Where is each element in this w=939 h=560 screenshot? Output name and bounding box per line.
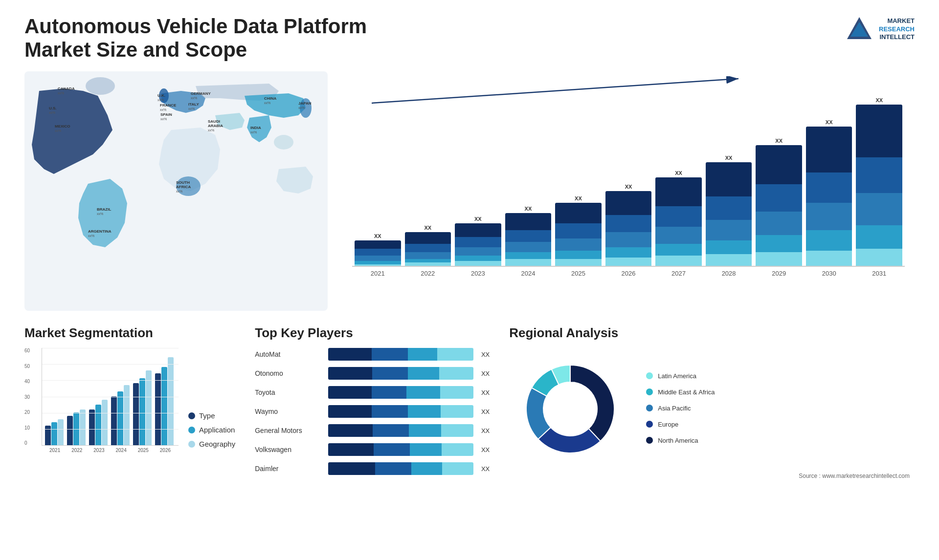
- trend-bar-segment-4: [555, 259, 602, 266]
- player-value: XX: [481, 351, 490, 358]
- player-bar-segment-1: [375, 462, 411, 475]
- trend-bar-group: XX: [756, 138, 802, 266]
- trend-x-label: 2030: [806, 270, 852, 277]
- seg-legend: Type Application Geography: [188, 411, 235, 453]
- trend-x-label: 2029: [756, 270, 802, 277]
- players-title: Top Key Players: [255, 325, 490, 341]
- segmentation-title: Market Segmentation: [24, 325, 235, 341]
- svg-text:U.K.: U.K.: [157, 93, 165, 98]
- trend-bar-stack: [505, 213, 552, 266]
- regional-legend-dot: [646, 372, 653, 379]
- segmentation-panel: Market Segmentation 60 50 40 30 20 10 0: [24, 321, 240, 545]
- trend-bar-segment-2: [806, 203, 852, 230]
- trend-bar-segment-4: [455, 261, 501, 266]
- regional-legend-dot: [646, 421, 653, 428]
- player-name: AutoMat: [255, 350, 323, 358]
- player-bar-segment-2: [408, 348, 437, 361]
- trend-bar-group: XX: [655, 170, 702, 266]
- trend-bar-segment-0: [455, 223, 501, 237]
- seg-bars-outer: 60 50 40 30 20 10 0: [42, 348, 179, 453]
- trend-bar-stack: [405, 232, 451, 266]
- svg-line-40: [372, 79, 738, 103]
- player-row: ToyotaXX: [255, 386, 490, 399]
- regional-legend-item: North America: [646, 437, 715, 444]
- seg-x-label: 2022: [67, 448, 87, 453]
- trend-bar-segment-0: [856, 105, 902, 157]
- seg-bar-group: [67, 409, 88, 445]
- svg-text:xx%: xx%: [97, 212, 103, 215]
- trend-bar-segment-0: [355, 240, 401, 249]
- player-row: WaymoXX: [255, 405, 490, 418]
- legend-type-label: Type: [199, 411, 215, 420]
- regional-legend-label: North America: [658, 437, 698, 444]
- svg-text:SPAIN: SPAIN: [160, 112, 172, 117]
- regional-legend: Latin AmericaMiddle East & AfricaAsia Pa…: [646, 372, 715, 446]
- seg-bar-geography: [102, 400, 108, 445]
- trend-x-label: 2026: [605, 270, 652, 277]
- svg-text:xx%: xx%: [88, 234, 94, 237]
- player-bar-segment-3: [441, 424, 473, 437]
- trend-bar-segment-3: [605, 247, 652, 258]
- trend-bar-stack: [756, 145, 802, 266]
- player-bar-segment-2: [410, 443, 442, 456]
- trend-bar-segment-3: [655, 244, 702, 256]
- logo-icon: [845, 15, 874, 44]
- player-bar-segment-0: [328, 348, 372, 361]
- type-dot: [188, 412, 195, 419]
- donut-segment: [538, 428, 601, 453]
- regional-legend-dot: [646, 437, 653, 444]
- regional-legend-dot: [646, 388, 653, 395]
- seg-bar-geography: [124, 385, 130, 445]
- svg-text:xx%: xx%: [208, 129, 214, 132]
- player-bar-segment-2: [408, 367, 439, 380]
- seg-bar-group: [133, 370, 154, 445]
- trend-x-label: 2022: [405, 270, 451, 277]
- svg-text:BRAZIL: BRAZIL: [97, 207, 111, 212]
- regional-legend-label: Europe: [658, 421, 678, 428]
- player-bar-segment-3: [437, 348, 473, 361]
- player-bar-segment-0: [328, 367, 372, 380]
- seg-bar-application: [161, 367, 167, 445]
- svg-text:xx%: xx%: [176, 190, 182, 193]
- regional-legend-label: Latin America: [658, 372, 696, 380]
- player-row: AutoMatXX: [255, 348, 490, 361]
- svg-text:xx%: xx%: [264, 101, 270, 105]
- trend-x-label: 2025: [555, 270, 602, 277]
- seg-bar-type: [67, 416, 73, 445]
- trend-arrow-svg: [372, 76, 900, 106]
- player-bar-segment-1: [372, 348, 408, 361]
- player-bar-container: [328, 386, 473, 399]
- seg-bar-type: [89, 409, 95, 445]
- trend-x-label: 2023: [455, 270, 501, 277]
- trend-bar-segment-2: [355, 256, 401, 260]
- trend-bar-segment-4: [655, 256, 702, 266]
- player-bar-segment-2: [408, 405, 441, 418]
- player-row: DaimlerXX: [255, 462, 490, 475]
- bottom-section: Market Segmentation 60 50 40 30 20 10 0: [24, 321, 915, 545]
- trend-bar-segment-1: [455, 237, 501, 247]
- trend-bar-segment-1: [756, 184, 802, 212]
- svg-text:GERMANY: GERMANY: [191, 91, 211, 96]
- player-row: General MotorsXX: [255, 424, 490, 437]
- map-container: CANADA xx% U.S. xx% MEXICO xx% BRAZIL xx…: [24, 71, 328, 311]
- player-bar-segment-3: [442, 462, 473, 475]
- trend-bar-stack: [856, 105, 902, 266]
- svg-text:SAUDI: SAUDI: [208, 119, 220, 124]
- trend-bar-segment-3: [706, 240, 752, 254]
- trend-bar-stack: [555, 203, 602, 266]
- trend-bar-segment-0: [505, 213, 552, 230]
- player-bar-segment-3: [440, 386, 473, 399]
- trend-bar-group: XX: [405, 225, 451, 266]
- trend-bar-stack: [806, 127, 852, 266]
- player-bar-segment-2: [411, 462, 443, 475]
- player-value: XX: [481, 370, 490, 377]
- trend-bar-segment-1: [706, 196, 752, 220]
- seg-bar-type: [155, 373, 161, 445]
- svg-text:xx%: xx%: [160, 117, 167, 121]
- player-bar-segment-3: [439, 367, 473, 380]
- seg-bar-geography: [80, 409, 86, 445]
- trend-bar-segment-2: [655, 227, 702, 244]
- trend-bar-segment-0: [706, 162, 752, 196]
- trend-bar-group: XX: [505, 206, 552, 266]
- svg-text:xx%: xx%: [157, 98, 164, 102]
